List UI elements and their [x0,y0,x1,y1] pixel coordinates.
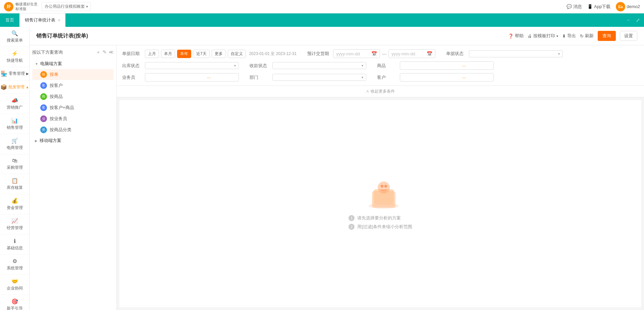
message-button[interactable]: 💬 消息 [567,4,582,10]
sidebar-item-collaboration[interactable]: 🤝 企业协同 [0,275,29,295]
help-button[interactable]: ❓ 帮助 [508,33,524,39]
mobile-group-title[interactable]: ▶ 移动端方案 [32,136,114,146]
doc-status-select[interactable]: ▾ [469,50,563,57]
app-download-icon: 📱 [587,4,593,9]
scheme-icon-goods: 商 [40,93,47,100]
date-btn-last7days[interactable]: 近7天 [193,50,210,58]
sidebar-item-wholesale[interactable]: 📦 批发管理 ▲ [0,81,29,94]
scheme-icon-salesperson: 业 [40,115,47,122]
hint-number-1: 1 [348,215,355,221]
salesperson-text-input[interactable] [148,73,207,81]
empty-state: 1 请先选择要分析的方案 2 用[过滤]条件来缩小分析范围 [119,100,641,307]
sidebar-item-marketing[interactable]: 📣 营销推广 [0,94,29,114]
sidebar-item-sales[interactable]: 📊 销售管理 [0,114,29,134]
goods-more-icon[interactable]: ··· [462,63,466,68]
scheme-item-by-order[interactable]: 按 按单 [32,69,114,80]
tab-home[interactable]: 首页 [0,13,19,27]
tab-maximize-button[interactable]: ⤢ [635,16,641,24]
sidebar-item-retail[interactable]: 🏪 零售管理 ▶ [0,67,29,81]
tab-close-button[interactable]: × [58,18,60,22]
tab-minimize-button[interactable]: － [625,16,632,24]
inventory-icon: 📋 [11,177,18,184]
department-select[interactable]: ▾ [272,74,366,81]
desktop-scheme-group: ▼ 电脑端方案 按 按单 客 按客户 商 [32,59,114,135]
sidebar-item-finance[interactable]: 💰 资金管理 [0,194,29,214]
date-btn-last-month[interactable]: 上月 [145,50,159,58]
quicknav-icon: ⚡ [11,50,18,57]
retail-icon: 🏪 [1,70,7,77]
collapse-conditions-button[interactable]: ∧ 收起更多条件 [117,86,644,97]
svg-point-5 [384,185,387,188]
scheme-icon-order: 按 [40,71,47,78]
sidebar-item-search[interactable]: 🔍 搜索菜单 [0,27,29,47]
goods-input[interactable]: ··· [400,61,494,70]
filter-row-2: 出库状态 ▾ 收款状态 ▾ 商品 ··· [122,61,639,70]
collaboration-icon: 🤝 [11,278,18,285]
industry-selector[interactable]: 办公用品行业模拟账套 ▾ [42,2,91,11]
content-area: 销售订单统计表(按单) ❓ 帮助 🖨 按模板打印 ▾ ⬇ 导出 ↻ 刷新 [30,27,644,310]
customer-input[interactable]: ··· [400,73,494,82]
empty-hint-2: 2 用[过滤]条件来缩小分析范围 [348,224,412,230]
ship-status-arrow-icon: ▾ [234,64,236,67]
expected-date-label: 预计交货期 [307,51,329,57]
expected-date-range: yyyy-mm-dd 📅 — yyyy-mm-dd 📅 [333,49,435,58]
goods-text-input[interactable] [403,62,462,69]
app-download-button[interactable]: 📱 App下载 [587,4,610,10]
scheme-item-by-salesperson[interactable]: 业 按业务员 [32,113,114,124]
tab-bar-right: － ⤢ [625,16,644,24]
sidebar-item-purchase[interactable]: 🛍 采购管理 [0,154,29,174]
add-scheme-button[interactable]: ＋ [96,49,101,55]
sidebar-item-basics[interactable]: ℹ 基础信息 [0,235,29,255]
scheme-item-by-customer[interactable]: 客 按客户 [32,80,114,91]
customer-more-icon[interactable]: ··· [462,75,466,80]
expected-date-from[interactable]: yyyy-mm-dd 📅 [333,49,380,58]
date-btn-this-month[interactable]: 本月 [161,50,175,58]
logo-icon: 好 [4,2,13,11]
date-btn-this-year[interactable]: 本年 [177,50,191,58]
export-button[interactable]: ⬇ 导出 [562,33,576,39]
scheme-item-by-goods[interactable]: 商 按商品 [32,91,114,102]
finance-icon: 💰 [11,198,18,204]
salesperson-input[interactable]: ··· [145,73,239,82]
sidebar-item-operations[interactable]: 📈 经营管理 [0,214,29,235]
empty-svg [364,177,404,211]
sidebar-item-inventory[interactable]: 📋 库存核算 [0,174,29,194]
customer-label: 客户 [377,74,396,81]
date-btn-custom[interactable]: 自定义 [228,50,246,58]
desktop-group-title[interactable]: ▼ 电脑端方案 [32,59,114,69]
user-menu[interactable]: Ea demo2 [616,2,640,11]
payment-status-select[interactable]: ▾ [272,62,366,69]
doc-status-label: 单据状态 [446,51,465,57]
sidebar-item-newbie[interactable]: 🎯 新手引导 [0,295,29,310]
scheme-item-by-goods-category[interactable]: 类 按商品分类 [32,124,114,135]
scheme-icon-goods-category: 类 [40,126,47,133]
print-button[interactable]: 🖨 按模板打印 ▾ [528,33,558,39]
refresh-button[interactable]: ↻ 刷新 [580,33,594,39]
message-icon: 💬 [567,4,572,9]
ship-status-select[interactable]: ▾ [145,62,239,69]
payment-status-label: 收款状态 [250,63,268,69]
salesperson-more-icon[interactable]: ··· [207,75,211,80]
query-button[interactable]: 查询 [598,31,616,41]
filter-row-1: 单据日期 上月 本月 本年 近7天 更多 自定义 2023-01-01 至 20… [122,49,639,58]
purchase-icon: 🛍 [12,158,17,164]
svg-point-3 [378,182,390,194]
system-icon: ⚙ [12,258,17,264]
date-btn-more[interactable]: 更多 [212,50,226,58]
scheme-item-by-customer-goods[interactable]: 客 按客户+商品 [32,102,114,113]
sidebar-item-ecommerce[interactable]: 🛒 电商管理 [0,134,29,154]
customer-text-input[interactable] [403,73,462,81]
print-arrow-icon: ▾ [556,34,558,38]
newbie-icon: 🎯 [11,298,18,305]
doc-status-arrow-icon: ▾ [558,52,560,56]
tab-sales-order-stats[interactable]: 销售订单统计表 × [19,13,65,27]
filter-row-3: 业务员 ··· 部门 ▾ 客户 ··· [122,73,639,82]
date-group: 上月 本月 本年 近7天 更多 自定义 2023-01-01 至 2023-12… [145,50,297,58]
settings-button[interactable]: 设置 [620,31,637,41]
collapse-icon: ∧ [366,89,370,94]
edit-scheme-button[interactable]: ✎ [103,49,107,55]
sidebar-item-quicknav[interactable]: ⚡ 快捷导航 [0,47,29,67]
expected-date-to[interactable]: yyyy-mm-dd 📅 [388,49,435,58]
collapse-panel-button[interactable]: ≪ [109,49,114,55]
sidebar-item-system[interactable]: ⚙ 系统管理 [0,255,29,275]
